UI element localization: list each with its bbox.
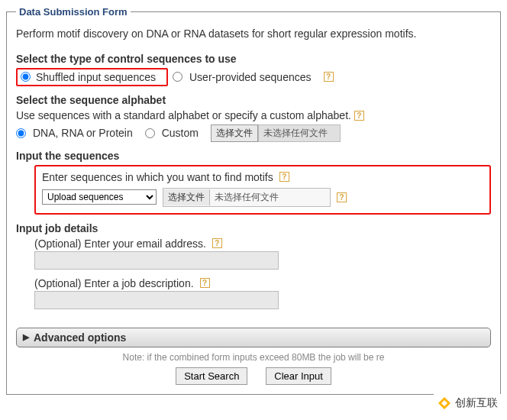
size-note: Note: if the combined form inputs exceed… <box>16 352 491 363</box>
data-submission-form: Data Submission Form Perform motif disco… <box>6 6 501 395</box>
help-icon[interactable]: ? <box>354 111 364 121</box>
sequences-desc: Enter sequences in which you want to fin… <box>42 171 273 183</box>
email-label: (Optional) Enter your email address. <box>34 237 206 250</box>
alphabet-custom-radio[interactable] <box>145 128 155 138</box>
job-title: Input job details <box>16 222 491 234</box>
control-shuffled-highlight: Shuffled input sequences <box>16 68 168 86</box>
sequences-highlight-box: Enter sequences in which you want to fin… <box>34 165 491 215</box>
watermark: 创新互联 <box>434 394 501 401</box>
control-title: Select the type of control sequences to … <box>16 53 491 65</box>
alphabet-title: Select the sequence alphabet <box>16 94 491 106</box>
alphabet-custom-label: Custom <box>162 127 199 139</box>
choose-file-button[interactable]: 选择文件 <box>211 124 258 142</box>
alphabet-std-label: DNA, RNA or Protein <box>33 127 133 139</box>
jobdesc-field[interactable] <box>34 291 279 309</box>
form-legend: Data Submission Form <box>16 6 131 18</box>
choose-file-button[interactable]: 选择文件 <box>163 189 210 205</box>
help-icon[interactable]: ? <box>200 278 210 288</box>
chevron-right-icon: ▶ <box>23 332 29 342</box>
control-shuffled-radio[interactable] <box>21 72 31 82</box>
sequences-file-input[interactable]: 选择文件 未选择任何文件 <box>163 188 331 207</box>
form-intro: Perform motif discovery on DNA or RNA da… <box>16 27 491 42</box>
watermark-icon <box>437 396 452 401</box>
control-user-radio[interactable] <box>173 72 182 82</box>
email-field[interactable] <box>34 251 279 270</box>
control-shuffled-label: Shuffled input sequences <box>36 71 156 83</box>
help-icon[interactable]: ? <box>324 72 334 82</box>
watermark-text: 创新互联 <box>455 396 498 401</box>
clear-input-button[interactable]: Clear Input <box>266 367 331 385</box>
jobdesc-label: (Optional) Enter a job description. <box>34 277 194 289</box>
help-icon[interactable]: ? <box>212 238 222 248</box>
control-user-label: User-provided sequences <box>189 71 312 83</box>
start-search-button[interactable]: Start Search <box>176 367 247 385</box>
alphabet-file-input[interactable]: 选择文件 未选择任何文件 <box>211 124 341 142</box>
help-icon[interactable]: ? <box>337 192 347 202</box>
alphabet-std-radio[interactable] <box>16 128 26 138</box>
sequences-mode-select[interactable]: Upload sequences <box>42 189 157 205</box>
advanced-options-toggle[interactable]: ▶ Advanced options <box>16 328 491 347</box>
help-icon[interactable]: ? <box>279 172 289 182</box>
file-status: 未选择任何文件 <box>258 124 341 142</box>
file-status: 未选择任何文件 <box>210 189 330 206</box>
advanced-label: Advanced options <box>34 331 126 344</box>
sequences-title: Input the sequences <box>16 150 491 162</box>
alphabet-desc: Use sequences with a standard alphabet o… <box>16 109 351 121</box>
